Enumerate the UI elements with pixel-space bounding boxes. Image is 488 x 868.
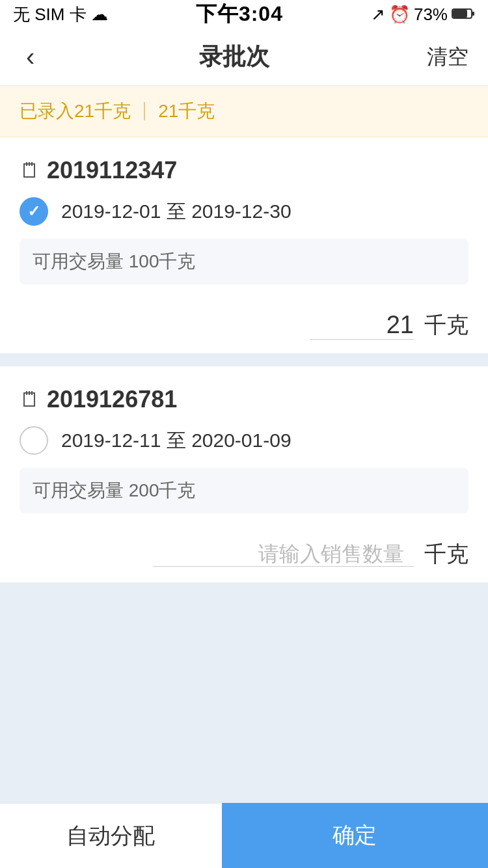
- batch-2-date: 2019-12-11 至 2020-01-09: [61, 427, 291, 454]
- location-icon: ↗: [371, 5, 385, 25]
- clear-button[interactable]: 清空: [427, 43, 468, 72]
- check-icon: ✓: [27, 202, 40, 221]
- batch-2-unit: 千克: [424, 539, 468, 569]
- batch-1-availability: 可用交易量 100千克: [20, 239, 468, 284]
- batch-card-1: 🗒 2019112347 ✓ 2019-12-01 至 2019-12-30 可…: [0, 137, 488, 353]
- back-button[interactable]: ‹: [20, 36, 41, 78]
- batch-1-date-row: ✓ 2019-12-01 至 2019-12-30: [0, 191, 488, 232]
- confirm-button[interactable]: 确定: [222, 803, 488, 868]
- nav-bar: ‹ 录批次 清空: [0, 29, 488, 86]
- batch-1-quantity-value: 21: [386, 311, 414, 338]
- batch-2-radio[interactable]: [20, 426, 48, 455]
- batch-2-doc-icon: 🗒: [20, 388, 40, 412]
- battery-text: 73%: [414, 5, 448, 25]
- status-bar: 无 SIM 卡 ☁ 下午3:04 ↗ ⏰ 73%: [0, 0, 488, 29]
- batch-card-2: 🗒 2019126781 2019-12-11 至 2020-01-09 可用交…: [0, 366, 488, 582]
- batch-2-quantity-input[interactable]: [153, 542, 414, 566]
- batch-1-quantity-row: 21 千克: [0, 297, 488, 353]
- footer: 自动分配 确定: [0, 803, 488, 868]
- batch-1-date: 2019-12-01 至 2019-12-30: [61, 198, 291, 225]
- status-left: 无 SIM 卡 ☁: [13, 3, 108, 26]
- batch-2-date-row: 2019-12-11 至 2020-01-09: [0, 420, 488, 461]
- alarm-icon: ⏰: [389, 5, 410, 25]
- svg-rect-2: [453, 10, 467, 18]
- svg-rect-1: [472, 12, 474, 16]
- status-time: 下午3:04: [196, 0, 283, 29]
- battery-icon: [452, 5, 475, 25]
- batch-2-input-row: 千克: [0, 526, 488, 582]
- auto-distribute-button[interactable]: 自动分配: [0, 803, 222, 868]
- batch-1-number: 2019112347: [47, 157, 177, 184]
- status-right: ↗ ⏰ 73%: [371, 5, 475, 25]
- batch-1-quantity-unit: 千克: [424, 310, 468, 340]
- batch-1-doc-icon: 🗒: [20, 159, 40, 183]
- section-divider-1: [0, 353, 488, 366]
- summary-divider: [144, 102, 145, 120]
- batch-1-radio[interactable]: ✓: [20, 197, 48, 226]
- no-sim-text: 无 SIM 卡 ☁: [13, 3, 108, 26]
- page-title: 录批次: [199, 41, 269, 73]
- total-amount: 21千克: [158, 99, 215, 124]
- batch-2-number: 2019126781: [47, 386, 177, 413]
- entered-amount: 已录入21千克: [20, 99, 131, 124]
- batch-2-header: 🗒 2019126781: [0, 366, 488, 420]
- batch-1-quantity-underline: 21: [310, 311, 414, 340]
- batch-2-availability: 可用交易量 200千克: [20, 468, 468, 513]
- batch-1-header: 🗒 2019112347: [0, 137, 488, 191]
- summary-banner: 已录入21千克 21千克: [0, 86, 488, 137]
- batch-2-input-wrap: [153, 542, 414, 567]
